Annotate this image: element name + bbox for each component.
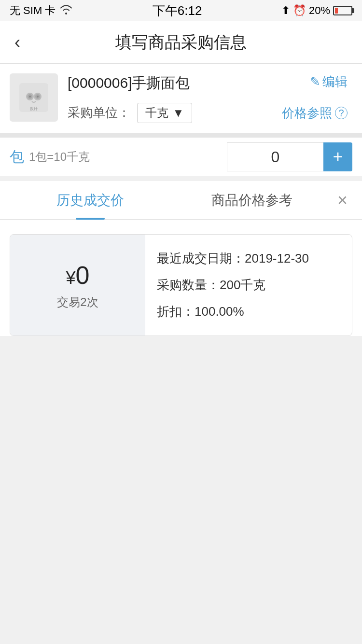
svg-text:数计: 数计 — [30, 107, 38, 111]
status-bar: 无 SIM 卡 下午6:12 ⬆ ⏰ 20% — [0, 0, 362, 21]
tab-history-label: 历史成交价 — [56, 191, 124, 210]
product-name: [0000006]手撕面包 — [68, 73, 190, 93]
battery-percent: 20% — [309, 4, 330, 17]
wifi-icon — [59, 4, 73, 17]
status-time: 下午6:12 — [153, 2, 202, 19]
quantity-unit-label: 包 1包=10千克 — [10, 147, 90, 167]
product-image: 数计 — [10, 73, 58, 122]
location-icon: ⬆ — [281, 4, 290, 17]
price-details: 最近成交日期：2019-12-30 采购数量：200千克 折扣：100.00% — [145, 235, 352, 336]
price-reference-button[interactable]: 价格参照 ? — [282, 105, 348, 122]
dropdown-arrow-icon: ▼ — [172, 106, 184, 120]
price-summary: ¥0 交易2次 — [10, 235, 145, 336]
quantity-plus-button[interactable]: + — [323, 142, 352, 171]
tabs-header: 历史成交价 商品价格参考 × — [0, 181, 362, 220]
unit-label-text: 采购单位： — [68, 105, 130, 120]
svg-point-6 — [37, 96, 39, 98]
tab-history-price[interactable]: 历史成交价 — [10, 181, 171, 220]
product-id: [0000006] — [68, 75, 132, 91]
purchase-qty-row: 采购数量：200千克 — [157, 276, 340, 294]
qty-label: 采购数量： — [157, 278, 220, 292]
alarm-icon: ⏰ — [293, 4, 306, 17]
qty-value: 200千克 — [220, 278, 265, 292]
product-header: [0000006]手撕面包 ✎ 编辑 — [68, 73, 348, 93]
carrier-text: 无 SIM 卡 — [10, 3, 56, 18]
transaction-date-row: 最近成交日期：2019-12-30 — [157, 249, 340, 268]
tabs-section: 历史成交价 商品价格参考 × ¥0 交易2次 最近成交日期：2019-12-30… — [0, 181, 362, 336]
edit-button[interactable]: ✎ 编辑 — [310, 73, 348, 90]
product-title: 手撕面包 — [132, 75, 190, 91]
battery-icon — [333, 6, 352, 15]
trades-count: 交易2次 — [57, 294, 98, 310]
page-title: 填写商品采购信息 — [115, 31, 247, 54]
unit-field: 采购单位： 千克 ▼ — [68, 103, 192, 123]
edit-label: 编辑 — [322, 73, 348, 90]
status-right: ⬆ ⏰ 20% — [281, 4, 352, 17]
tabs-close-button[interactable]: × — [333, 190, 352, 210]
product-info: [0000006]手撕面包 ✎ 编辑 采购单位： 千克 ▼ 价格参照 ? — [68, 73, 348, 123]
unit-select[interactable]: 千克 ▼ — [137, 103, 192, 123]
price-amount: ¥0 — [66, 261, 90, 290]
product-unit-row: 采购单位： 千克 ▼ 价格参照 ? — [68, 103, 348, 123]
section-divider — [0, 133, 362, 138]
conversion-label: 1包=10千克 — [29, 149, 90, 165]
nav-bar: ‹ 填写商品采购信息 — [0, 21, 362, 64]
back-button[interactable]: ‹ — [14, 32, 43, 53]
edit-icon: ✎ — [310, 74, 320, 89]
unit-value: 千克 — [145, 105, 168, 121]
quantity-row: 包 1包=10千克 + — [0, 138, 362, 176]
quantity-input-area: + — [227, 142, 352, 171]
main-content-area — [0, 350, 362, 644]
date-label: 最近成交日期： — [157, 251, 245, 266]
unit-box: 包 — [10, 147, 24, 167]
status-left: 无 SIM 卡 — [10, 3, 73, 18]
tab-price-ref-label: 商品价格参考 — [211, 191, 292, 210]
product-section: 数计 [0000006]手撕面包 ✎ 编辑 采购单位： 千克 ▼ 价格参照 ? — [0, 64, 362, 133]
price-card: ¥0 交易2次 最近成交日期：2019-12-30 采购数量：200千克 折扣：… — [10, 234, 352, 336]
currency-symbol: ¥ — [66, 268, 76, 288]
date-value: 2019-12-30 — [245, 251, 309, 266]
discount-row: 折扣：100.00% — [157, 302, 340, 321]
price-ref-label: 价格参照 — [282, 105, 332, 122]
help-icon: ? — [335, 107, 348, 119]
discount-value: 100.00% — [195, 304, 244, 319]
svg-point-5 — [29, 96, 31, 98]
discount-label: 折扣： — [157, 304, 195, 319]
price-value: 0 — [76, 261, 90, 289]
quantity-input[interactable] — [227, 142, 323, 171]
tab-price-reference[interactable]: 商品价格参考 — [171, 181, 332, 220]
